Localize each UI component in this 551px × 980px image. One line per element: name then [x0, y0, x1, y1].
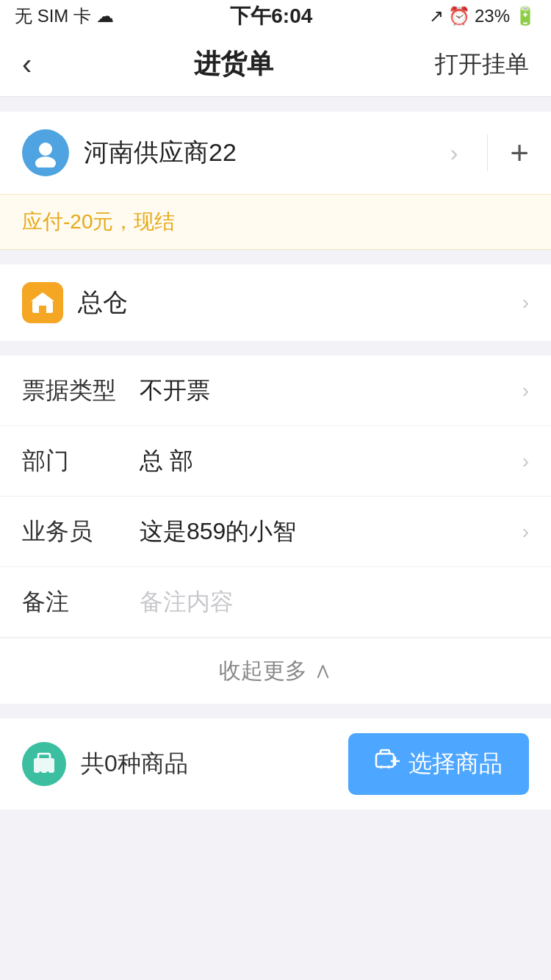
add-supplier-icon[interactable]: +	[510, 134, 529, 171]
invoice-type-chevron-icon: ›	[522, 379, 529, 403]
warehouse-svg-icon	[29, 289, 56, 316]
warehouse-icon	[22, 282, 63, 323]
department-label: 部门	[22, 445, 125, 478]
svg-rect-5	[34, 758, 54, 773]
back-button[interactable]: ‹	[22, 48, 32, 81]
remark-input[interactable]: 备注内容	[140, 586, 529, 619]
sales-rep-row[interactable]: 业务员 这是859的小智 ›	[0, 497, 551, 567]
cart-icon	[31, 751, 57, 777]
warehouse-row[interactable]: 总仓 ›	[0, 264, 551, 341]
gap-3	[0, 341, 551, 356]
notice-text: 应付-20元，现结	[22, 210, 175, 233]
department-row[interactable]: 部门 总 部 ›	[0, 426, 551, 497]
form-fields-section: 票据类型 不开票 › 部门 总 部 › 业务员 这是859的小智 › 备注 备注…	[0, 356, 551, 704]
svg-rect-4	[39, 306, 46, 313]
collapse-label: 收起更多 ∧	[219, 656, 331, 686]
sales-rep-label: 业务员	[22, 516, 125, 548]
supplier-name: 河南供应商22	[84, 136, 450, 170]
gap-1	[0, 97, 551, 112]
collapse-button[interactable]: 收起更多 ∧	[0, 638, 551, 704]
supplier-section: 河南供应商22 › + 应付-20元，现结	[0, 112, 551, 250]
location-icon: ↗	[429, 6, 444, 26]
svg-point-9	[380, 765, 383, 768]
page-title: 进货单	[194, 46, 273, 82]
sim-status: 无 SIM 卡 ☁	[15, 4, 114, 28]
invoice-type-label: 票据类型	[22, 375, 125, 407]
sales-rep-chevron-icon: ›	[522, 520, 529, 544]
nav-bar: ‹ 进货单 打开挂单	[0, 32, 551, 97]
svg-point-7	[46, 771, 49, 774]
vertical-divider	[487, 134, 488, 171]
avatar-icon	[31, 138, 60, 167]
status-time: 下午6:04	[230, 2, 312, 30]
svg-point-1	[35, 156, 56, 167]
department-value: 总 部	[140, 445, 522, 478]
battery-icon: 🔋	[514, 6, 536, 26]
supplier-chevron-icon: ›	[450, 140, 458, 167]
invoice-type-value: 不开票	[140, 375, 522, 407]
add-cart-icon	[375, 748, 401, 774]
select-goods-label: 选择商品	[408, 748, 503, 780]
svg-point-10	[387, 765, 390, 768]
page-root: 无 SIM 卡 ☁ 下午6:04 ↗ ⏰ 23% 🔋 ‹ 进货单 打开挂单 河南…	[0, 0, 551, 980]
department-chevron-icon: ›	[522, 450, 529, 473]
invoice-type-row[interactable]: 票据类型 不开票 ›	[0, 356, 551, 426]
alarm-icon: ⏰	[448, 6, 470, 26]
notice-bar: 应付-20元，现结	[0, 194, 551, 250]
supplier-row[interactable]: 河南供应商22 › +	[0, 112, 551, 194]
battery-level: 23%	[475, 6, 510, 26]
status-right: ↗ ⏰ 23% 🔋	[429, 6, 536, 26]
bottom-bar: 共0种商品 选择商品	[0, 718, 551, 810]
svg-point-6	[39, 771, 42, 774]
remark-label: 备注	[22, 586, 125, 619]
status-left: 无 SIM 卡 ☁	[15, 4, 114, 28]
select-goods-icon	[375, 748, 401, 780]
warehouse-section: 总仓 ›	[0, 264, 551, 341]
supplier-avatar	[22, 129, 69, 176]
warehouse-name: 总仓	[78, 286, 522, 320]
warehouse-chevron-icon: ›	[522, 291, 529, 314]
open-pending-button[interactable]: 打开挂单	[435, 48, 529, 81]
status-bar: 无 SIM 卡 ☁ 下午6:04 ↗ ⏰ 23% 🔋	[0, 0, 551, 32]
gap-2	[0, 250, 551, 264]
sales-rep-value: 这是859的小智	[140, 516, 522, 548]
goods-icon	[22, 742, 66, 786]
svg-point-0	[39, 143, 52, 156]
svg-marker-3	[31, 292, 54, 301]
select-goods-button[interactable]: 选择商品	[348, 733, 529, 795]
goods-count-text: 共0种商品	[81, 748, 334, 780]
remark-row[interactable]: 备注 备注内容	[0, 567, 551, 638]
